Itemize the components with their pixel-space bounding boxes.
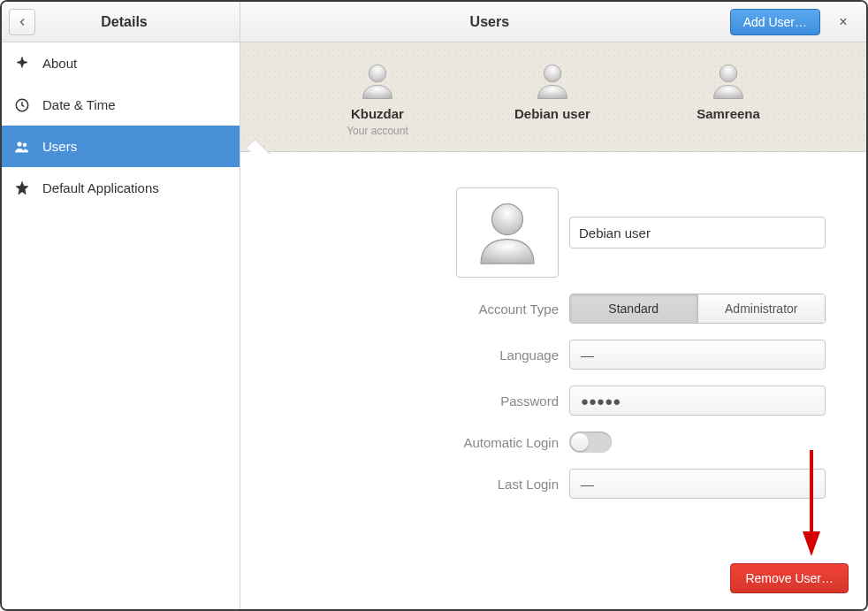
user-card[interactable]: Debian user (514, 60, 590, 137)
avatar-icon (531, 60, 574, 103)
user-name: Debian user (514, 106, 590, 121)
password-field[interactable]: ●●●●● (569, 386, 826, 416)
star-icon (14, 180, 30, 196)
last-login-field[interactable]: — (569, 469, 826, 499)
user-list-strip: Kbuzdar Your account Debian user Samreen… (240, 42, 866, 152)
sidebar-item-users[interactable]: Users (2, 126, 240, 167)
svg-point-4 (544, 65, 561, 82)
svg-point-6 (492, 204, 523, 235)
sidebar-item-label: Date & Time (42, 97, 116, 112)
page-title: Users (249, 14, 730, 30)
clock-icon (14, 97, 30, 113)
close-button[interactable]: × (833, 11, 854, 33)
svg-point-1 (18, 141, 22, 146)
avatar-icon (472, 197, 543, 268)
sidebar-item-default-apps[interactable]: Default Applications (2, 167, 240, 209)
user-card[interactable]: Kbuzdar Your account (346, 60, 408, 137)
sidebar-item-label: Users (42, 139, 77, 154)
remove-user-button[interactable]: Remove User… (730, 563, 849, 593)
account-type-administrator[interactable]: Administrator (697, 294, 826, 323)
label-password: Password (276, 393, 559, 409)
svg-point-5 (720, 65, 737, 82)
svg-point-3 (369, 65, 386, 82)
add-user-button[interactable]: Add User… (730, 9, 820, 35)
full-name-input[interactable] (569, 217, 826, 248)
sidebar-item-label: Default Applications (42, 180, 159, 195)
svg-point-2 (23, 142, 27, 146)
user-card[interactable]: Samreena (697, 60, 760, 137)
language-field[interactable]: — (569, 340, 826, 370)
label-account-type: Account Type (276, 302, 559, 317)
sidebar-item-date-time[interactable]: Date & Time (2, 84, 240, 126)
user-subtitle: Your account (346, 125, 408, 137)
avatar-icon (356, 60, 399, 103)
svg-marker-8 (803, 531, 820, 556)
user-name: Samreena (697, 106, 760, 121)
label-last-login: Last Login (276, 477, 559, 492)
sidebar: Details About Date & Time Users (2, 2, 240, 609)
sidebar-list: About Date & Time Users Default Applicat… (2, 42, 240, 209)
avatar-icon (707, 60, 750, 103)
automatic-login-toggle[interactable] (569, 432, 612, 453)
main-header: Users Add User… × (240, 2, 866, 42)
users-icon (14, 139, 30, 155)
label-automatic-login: Automatic Login (276, 435, 559, 450)
spark-icon (14, 56, 30, 72)
sidebar-item-about[interactable]: About (2, 42, 240, 84)
label-language: Language (276, 348, 559, 363)
avatar-picker[interactable] (456, 187, 559, 278)
sidebar-header: Details (2, 2, 240, 42)
close-icon: × (839, 14, 847, 30)
sidebar-item-label: About (42, 56, 77, 71)
sidebar-title: Details (9, 14, 240, 30)
user-details-area: Account Type Standard Administrator Lang… (240, 152, 866, 609)
account-type-control: Standard Administrator (569, 294, 826, 324)
account-type-standard[interactable]: Standard (570, 294, 697, 323)
main-panel: Users Add User… × Kbuzdar Your account (240, 2, 866, 609)
user-name: Kbuzdar (351, 106, 404, 121)
